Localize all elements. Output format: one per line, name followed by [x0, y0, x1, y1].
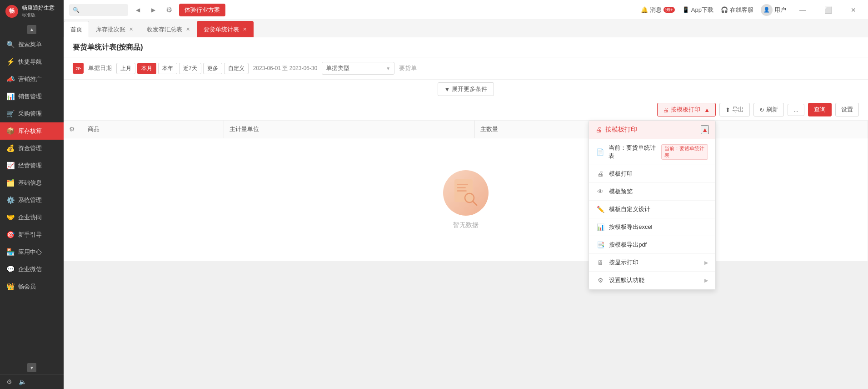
query-btn[interactable]: 查询: [808, 103, 832, 116]
print-label: 按模板打印: [671, 106, 700, 114]
gear-icon: ⚙️: [6, 196, 15, 204]
app-version: 标准版: [22, 12, 55, 18]
date-btn-7days[interactable]: 近7天: [179, 63, 201, 74]
tab-order-stats-label: 要货单统计表: [204, 25, 239, 34]
print-template-print-item[interactable]: 🖨 模板打印: [589, 165, 715, 183]
date-btn-custom[interactable]: 自定义: [224, 63, 249, 74]
maximize-btn[interactable]: ⬜: [819, 1, 837, 19]
print-dropdown-menu: 🖨 按模板打印 ▲ 📄 当前：要货单统计表 当前：要货单统计表: [589, 120, 716, 290]
settings-table-btn[interactable]: 设置: [835, 103, 859, 116]
print-template-pdf-item[interactable]: 📑 按模板导出pdf: [589, 236, 715, 254]
topbar-right: 🔔 消息 99+ 📱 App下载 🎧 在线客服 👤 用户 — ⬜ ✕: [641, 1, 863, 19]
minimize-btn[interactable]: —: [793, 1, 812, 19]
trend-icon: 📈: [6, 162, 15, 170]
sidebar-item-marketing[interactable]: 📣 营销推广: [0, 71, 64, 88]
export-btn[interactable]: ⬆ 导出: [719, 103, 750, 116]
sidebar-item-wxbiz[interactable]: 💬 企业微信: [0, 261, 64, 278]
topbar-forward-btn[interactable]: ▶: [147, 4, 159, 16]
sidebar-item-system[interactable]: ⚙️ 系统管理: [0, 192, 64, 209]
chart-icon: 📊: [6, 92, 15, 101]
sidebar-item-finance[interactable]: 💰 资金管理: [0, 140, 64, 157]
notification-item[interactable]: 🔔 消息 99+: [641, 6, 675, 14]
sidebar-item-guide[interactable]: 🎯 新手引导: [0, 226, 64, 243]
tab-receipt-summary-close[interactable]: ✕: [186, 26, 190, 32]
sidebar-item-collab[interactable]: 🤝 企业协同: [0, 209, 64, 226]
sidebar-item-inventory[interactable]: 📦 库存核算: [0, 122, 64, 140]
display-print-arrow-icon: ▶: [704, 260, 708, 266]
print-template-custom-item[interactable]: ✏️ 模板自定义设计: [589, 201, 715, 218]
box-icon: 📦: [6, 127, 15, 135]
empty-illustration: [452, 177, 479, 209]
expand-more-btn[interactable]: ▼ 展开更多条件: [438, 82, 494, 96]
user-name: 用户: [774, 6, 786, 14]
date-btn-more[interactable]: 更多: [203, 63, 222, 74]
sidebar-scroll-down[interactable]: ▼: [27, 363, 36, 372]
template-pdf-label: 按模板导出pdf: [609, 241, 647, 249]
store-icon: 🏪: [6, 248, 15, 256]
tab-home[interactable]: 首页: [64, 21, 89, 37]
refresh-label: 刷新: [766, 106, 778, 114]
svg-rect-1: [457, 184, 468, 185]
tab-inventory-batch[interactable]: 库存批次账 ✕: [89, 21, 140, 37]
topbar: 🔍 ◀ ▶ ⚙ 体验行业方案 🔔 消息 99+ 📱 App下载 🎧 在线客服 👤…: [64, 0, 868, 20]
refresh-btn[interactable]: ↻ 刷新: [753, 103, 784, 116]
date-range-display: 2023-06-01 至 2023-06-30: [253, 65, 317, 72]
topbar-gear-btn[interactable]: ⚙: [163, 4, 175, 16]
template-print-icon: 🖨: [596, 170, 604, 177]
app-download-label: App下载: [691, 6, 713, 14]
dropdown-arrow-icon: ▼: [386, 66, 390, 71]
user-avatar-item[interactable]: 👤 用户: [761, 4, 786, 16]
settings-bottom-icon[interactable]: ⚙: [6, 378, 12, 385]
sidebar-item-search[interactable]: 🔍 搜索菜单: [0, 36, 64, 53]
filter-bar: ≫ 单据日期 上月 本月 本年 近7天 更多 自定义 2023-06-01 至 …: [64, 57, 868, 80]
filter-toggle-btn[interactable]: ≫: [73, 63, 84, 74]
sidebar-item-purchase[interactable]: 🛒 采购管理: [0, 105, 64, 122]
volume-icon[interactable]: 🔈: [19, 378, 26, 385]
sidebar-item-wxbiz-label: 企业微信: [18, 265, 42, 273]
print-template-excel-item[interactable]: 📊 按模板导出excel: [589, 218, 715, 236]
current-badge: 当前：要货单统计表: [661, 144, 708, 160]
column-settings-icon[interactable]: ⚙: [69, 126, 75, 133]
more-btn[interactable]: ...: [788, 104, 804, 116]
main-area: 🔍 ◀ ▶ ⚙ 体验行业方案 🔔 消息 99+ 📱 App下载 🎧 在线客服 👤…: [64, 0, 868, 389]
logo-area: 畅 畅康通好生意 标准版: [0, 0, 64, 23]
tab-receipt-summary[interactable]: 收发存汇总表 ✕: [140, 21, 197, 37]
print-template-btn[interactable]: 🖨 按模板打印 ▲: [657, 103, 716, 116]
print-set-default-item[interactable]: ⚙ 设置默认功能 ▶: [589, 272, 715, 289]
date-btn-this-month[interactable]: 本月: [137, 63, 156, 74]
sidebar-item-shortcut[interactable]: ⚡ 快捷导航: [0, 53, 64, 71]
sidebar-item-member[interactable]: 👑 畅会员: [0, 278, 64, 295]
tab-order-stats-close[interactable]: ✕: [243, 26, 247, 32]
tab-order-stats[interactable]: 要货单统计表 ✕: [197, 21, 254, 37]
sidebar-item-appstore[interactable]: 🏪 应用中心: [0, 243, 64, 261]
print-display-item[interactable]: 🖥 按显示打印 ▶: [589, 254, 715, 272]
sidebar-scroll-up[interactable]: ▲: [27, 25, 36, 34]
template-print-label: 模板打印: [609, 170, 633, 178]
tab-inventory-batch-close[interactable]: ✕: [129, 26, 133, 32]
settings-label: 设置: [841, 106, 853, 114]
sidebar-item-basic[interactable]: 🗂️ 基础信息: [0, 174, 64, 192]
sidebar-item-operation[interactable]: 📈 经营管理: [0, 157, 64, 174]
print-icon: 🖨: [663, 106, 669, 113]
search-icon: 🔍: [6, 40, 15, 49]
sidebar-item-purchase-label: 采购管理: [18, 110, 42, 118]
sidebar-item-sales-label: 销售管理: [18, 92, 42, 101]
online-service-item[interactable]: 🎧 在线客服: [721, 6, 753, 14]
print-dropdown-close-btn[interactable]: ▲: [701, 125, 709, 134]
app-download-item[interactable]: 📱 App下载: [682, 6, 713, 14]
target-icon: 🎯: [6, 231, 15, 239]
topbar-back-btn[interactable]: ◀: [132, 4, 144, 16]
order-category-label: 要货单: [399, 64, 417, 72]
col-unit: 主计量单位: [224, 121, 475, 138]
print-current-item[interactable]: 📄 当前：要货单统计表 当前：要货单统计表: [589, 139, 715, 165]
trial-btn[interactable]: 体验行业方案: [179, 4, 225, 16]
date-btn-this-year[interactable]: 本年: [158, 63, 177, 74]
topbar-search-box[interactable]: 🔍: [69, 4, 128, 16]
table-header-row: ⚙ 商品 主计量单位 主数量 零售金额: [64, 121, 868, 138]
date-btn-last-month[interactable]: 上月: [116, 63, 135, 74]
col-unit-label: 主计量单位: [229, 126, 259, 132]
print-template-preview-item[interactable]: 👁 模板预览: [589, 183, 715, 201]
close-btn[interactable]: ✕: [844, 1, 863, 19]
sidebar-item-sales[interactable]: 📊 销售管理: [0, 88, 64, 105]
order-type-dropdown[interactable]: 单据类型 ▼: [322, 62, 394, 75]
